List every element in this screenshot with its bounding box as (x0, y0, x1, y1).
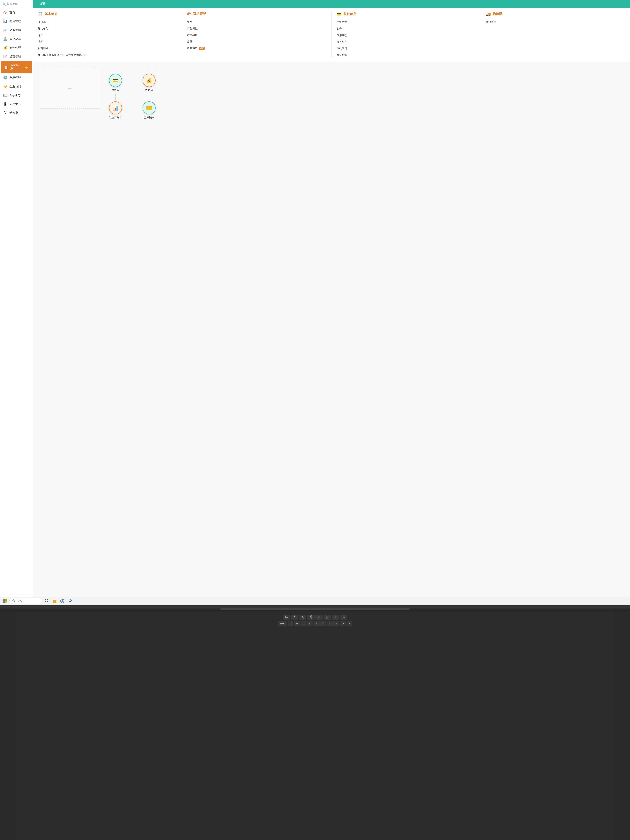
sidebar-search-label: 搜索菜单 (7, 2, 17, 6)
sidebar-item-operation[interactable]: 📈 经营管理 (0, 52, 33, 61)
section-title-logistics: 🚚 物流配 (486, 11, 625, 16)
taskbar-search[interactable]: 🔍 搜索 (9, 598, 42, 604)
taskbar-search-label: 搜索 (17, 599, 22, 603)
sidebar-item-home[interactable]: 🏠 首页 (0, 8, 33, 17)
menu-warehouse[interactable]: 仓库 (38, 32, 177, 39)
key-r[interactable]: R (307, 621, 313, 626)
key-i[interactable]: I (333, 621, 339, 626)
edge-icon (68, 599, 72, 603)
menu-partner[interactable]: 往来单位 (38, 25, 177, 32)
svg-line-10 (61, 601, 62, 602)
arrow-down-1: ↓ (114, 68, 116, 72)
chrome-button[interactable] (59, 598, 66, 604)
key-u[interactable]: U (327, 621, 333, 626)
key-f6[interactable]: ☀+ F6 (332, 614, 339, 620)
sidebar-item-label: 畅会员 (9, 111, 18, 115)
chrome-icon (60, 599, 65, 603)
menu-settlement[interactable]: 结算方式 (336, 19, 476, 25)
arrow-left: ← - - - (144, 68, 155, 72)
receipt-circle: 💰 (142, 74, 156, 87)
key-f7[interactable]: ⊞ F7 (340, 614, 347, 620)
logistics-icon: 🚚 (486, 11, 491, 16)
sidebar-item-guide[interactable]: 📖 新手引导 (0, 91, 33, 99)
sidebar-item-basic[interactable]: 📋 基础信息 👆 (1, 61, 32, 73)
sidebar-item-label: 采购管理 (9, 28, 21, 32)
sidebar-item-member[interactable]: V 畅会员 (0, 109, 33, 117)
key-f2[interactable]: 🔉 F2 (299, 614, 306, 620)
key-esc[interactable]: Esc (283, 614, 290, 620)
sidebar-item-system[interactable]: ⚙️ 系统管理 (0, 73, 33, 82)
svg-rect-2 (45, 601, 46, 602)
sidebar-item-purchase[interactable]: 🛒 采购管理 (0, 26, 33, 35)
payment-node-icon: 💳 (112, 77, 118, 83)
sidebar-item-apps[interactable]: 📱 应用中心 (0, 99, 33, 109)
menu-unit[interactable]: 计量单位 (187, 32, 326, 38)
section-payment-info: 💳 收付信息 结算方式 账号 费用类型 收入类型 (332, 11, 481, 58)
menu-expense-type[interactable]: 费用类型 (336, 32, 476, 39)
menu-product[interactable]: 商品 (187, 19, 326, 25)
key-p[interactable]: P (347, 621, 352, 626)
menu-account[interactable]: 账号 (336, 25, 476, 32)
key-f3[interactable]: 🔊 F3 (307, 614, 314, 620)
edge-button[interactable] (67, 598, 73, 604)
key-y[interactable]: Y (321, 621, 326, 626)
svg-rect-0 (45, 599, 46, 600)
key-e[interactable]: E (301, 621, 306, 626)
key-q[interactable]: Q (287, 621, 293, 626)
menu-product-attr[interactable]: 商品属性 (187, 25, 326, 32)
menu-partner-code[interactable]: 往来单位商品编码往来单位商品编码 ❓ (38, 52, 177, 58)
svg-rect-5 (53, 600, 54, 600)
flow-placeholder: → (39, 68, 101, 109)
section-title-payment: 💳 收付信息 (336, 11, 476, 16)
key-o[interactable]: O (340, 621, 346, 626)
key-f4[interactable]: ✂ F4 (316, 614, 323, 620)
menu-express[interactable]: 物流快递 (486, 19, 625, 25)
file-explorer-button[interactable] (51, 598, 58, 604)
sales-icon: 📊 (3, 19, 7, 23)
sidebar-item-inventory[interactable]: 🏪 库存核算 (0, 35, 33, 43)
member-icon: V (3, 111, 7, 115)
basic-info-icon: 📋 (38, 11, 43, 16)
dashed-arrow-down (115, 93, 116, 99)
laptop-body: Esc 🔇 F1 🔉 F2 🔊 F3 ✂ F4 ☀- F5 ☀+ (0, 605, 630, 840)
win-logo-tr (5, 599, 7, 601)
taskview-icon (45, 599, 49, 603)
win-logo-bl (3, 601, 5, 603)
menu-loan[interactable]: 我要贷款 (336, 52, 476, 58)
key-f1[interactable]: 🔇 F1 (291, 614, 298, 620)
supplier-node-icon: 📊 (112, 105, 118, 111)
key-w[interactable]: W (294, 621, 300, 626)
supplier-circle: 📊 (109, 101, 122, 114)
taskbar-search-icon: 🔍 (12, 599, 16, 602)
sidebar-item-label: 企业协同 (9, 85, 21, 88)
guide-icon: 📖 (3, 93, 7, 97)
payment-node-label: 付款单 (111, 88, 119, 92)
apps-icon: 📱 (3, 102, 7, 106)
sidebar-item-sales[interactable]: 📊 销售管理 (0, 17, 33, 26)
nav-home[interactable]: 首页 (36, 0, 48, 8)
menu-online-payment[interactable]: 在线支付 (336, 45, 476, 52)
menu-brand[interactable]: 品牌 (187, 38, 326, 45)
menu-bom[interactable]: 物料清单 (38, 45, 177, 52)
sidebar-item-label: 基础信息 (10, 63, 22, 71)
menu-income-type[interactable]: 收入类型 (336, 39, 476, 45)
menu-dept[interactable]: 部门员工 (38, 19, 177, 25)
section-product-mgmt: 🛍 商品管理 商品 商品属性 计量单位 品牌 (182, 11, 332, 58)
sidebar-item-finance[interactable]: 💰 资金管理 (0, 43, 33, 52)
sidebar-search[interactable]: 🔍 搜索菜单 (0, 0, 33, 8)
finance-icon: 💰 (3, 46, 7, 50)
menu-bom-list[interactable]: 物料清单 列表 (187, 45, 326, 52)
search-icon: 🔍 (2, 2, 6, 6)
sidebar-item-enterprise[interactable]: 🤝 企业协同 (0, 82, 33, 91)
key-t[interactable]: T (314, 621, 319, 626)
home-icon: 🏠 (3, 11, 7, 14)
customer-node-icon: 💳 (146, 105, 152, 111)
flow-node-payment: 💳 付款单 (109, 74, 122, 92)
key-lock[interactable]: Lock (278, 621, 287, 626)
svg-rect-3 (47, 601, 48, 602)
menu-region[interactable]: 地区 (38, 39, 177, 45)
key-f5[interactable]: ☀- F5 (324, 614, 331, 620)
taskview-button[interactable] (43, 598, 50, 604)
flow-arrow-right: → (67, 85, 73, 92)
start-button[interactable] (2, 598, 8, 604)
